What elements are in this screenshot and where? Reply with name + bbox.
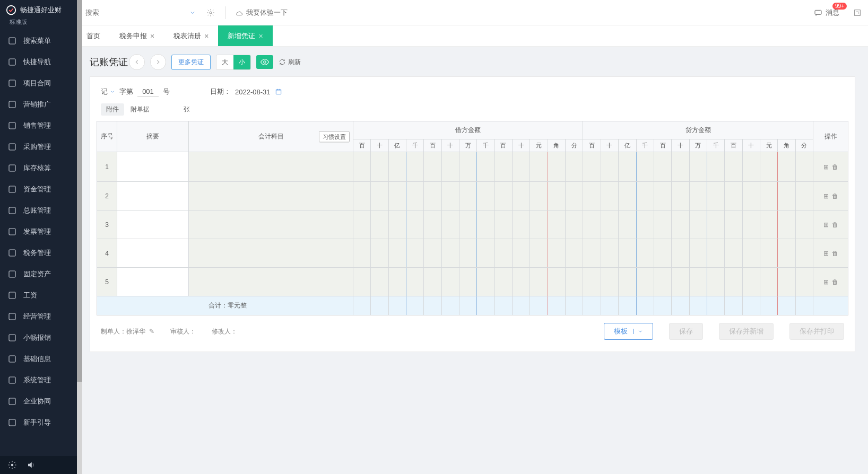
digit-cell[interactable]	[388, 182, 406, 210]
sound-icon[interactable]	[27, 460, 36, 470]
digit-cell[interactable]	[601, 296, 618, 315]
digit-cell[interactable]	[725, 296, 742, 315]
digit-cell[interactable]	[601, 210, 618, 239]
digit-cell[interactable]	[689, 182, 707, 210]
sidebar-item-9[interactable]: 发票管理	[0, 221, 77, 242]
sidebar-item-11[interactable]: 固定资产	[0, 264, 77, 285]
digit-cell[interactable]	[689, 210, 707, 239]
digit-cell[interactable]	[760, 239, 777, 268]
digit-cell[interactable]	[530, 182, 548, 210]
close-icon[interactable]: ×	[150, 32, 154, 40]
sidebar-item-14[interactable]: 小畅报销	[0, 327, 77, 348]
digit-cell[interactable]	[654, 296, 671, 315]
sidebar-item-8[interactable]: 总账管理	[0, 200, 77, 221]
digit-cell[interactable]	[601, 239, 618, 268]
tab-3[interactable]: 新增凭证×	[218, 25, 272, 46]
digit-cell[interactable]	[494, 182, 512, 210]
digit-cell[interactable]	[707, 296, 724, 315]
digit-cell[interactable]	[742, 152, 760, 182]
digit-cell[interactable]	[388, 296, 406, 315]
digit-cell[interactable]	[530, 268, 548, 296]
chevron-down-icon[interactable]	[633, 329, 643, 334]
digit-cell[interactable]	[371, 152, 388, 182]
digit-cell[interactable]	[548, 210, 565, 239]
digit-cell[interactable]	[672, 296, 689, 315]
digit-cell[interactable]	[513, 268, 530, 296]
digit-cell[interactable]	[707, 268, 724, 296]
digit-cell[interactable]	[406, 210, 424, 239]
add-row-icon[interactable]: ⊞	[823, 250, 829, 257]
digit-cell[interactable]	[689, 152, 707, 182]
more-voucher-button[interactable]: 更多凭证	[171, 55, 211, 70]
sidebar-item-3[interactable]: 营销推广	[0, 94, 77, 115]
digit-cell[interactable]	[672, 239, 689, 268]
digit-cell[interactable]	[583, 210, 601, 239]
digit-cell[interactable]	[636, 239, 654, 268]
digit-cell[interactable]	[566, 210, 583, 239]
digit-cell[interactable]	[424, 296, 441, 315]
digit-cell[interactable]	[441, 239, 459, 268]
digit-cell[interactable]	[619, 152, 636, 182]
digit-cell[interactable]	[424, 268, 441, 296]
digit-cell[interactable]	[636, 210, 654, 239]
digit-cell[interactable]	[548, 182, 565, 210]
digit-cell[interactable]	[353, 210, 371, 239]
sidebar-item-15[interactable]: 基础信息	[0, 348, 77, 370]
sidebar-item-10[interactable]: 税务管理	[0, 242, 77, 264]
digit-cell[interactable]	[725, 268, 742, 296]
digit-cell[interactable]	[441, 268, 459, 296]
digit-cell[interactable]	[619, 182, 636, 210]
digit-cell[interactable]	[566, 152, 583, 182]
digit-cell[interactable]	[459, 210, 477, 239]
sidebar-item-18[interactable]: 新手引导	[0, 412, 77, 433]
digit-cell[interactable]	[672, 210, 689, 239]
attachment-button[interactable]: 附件	[101, 103, 124, 116]
add-row-icon[interactable]: ⊞	[823, 192, 829, 200]
digit-cell[interactable]	[689, 296, 707, 315]
digit-cell[interactable]	[548, 268, 565, 296]
digit-cell[interactable]	[477, 268, 494, 296]
digit-cell[interactable]	[583, 239, 601, 268]
digit-cell[interactable]	[778, 296, 795, 315]
close-icon[interactable]: ×	[258, 32, 263, 40]
summary-cell[interactable]	[117, 268, 189, 296]
chevron-down-icon[interactable]	[189, 10, 196, 16]
summary-input[interactable]	[119, 154, 186, 178]
settings-icon[interactable]	[7, 460, 17, 470]
digit-cell[interactable]	[371, 296, 388, 315]
subject-cell[interactable]	[189, 210, 353, 239]
digit-cell[interactable]	[441, 296, 459, 315]
digit-cell[interactable]	[778, 239, 795, 268]
digit-cell[interactable]	[707, 152, 724, 182]
digit-cell[interactable]	[494, 268, 512, 296]
template-button[interactable]: 模板	[604, 323, 653, 340]
calendar-icon[interactable]	[275, 88, 282, 95]
message-button[interactable]: 消息 99+	[814, 8, 839, 17]
digit-cell[interactable]	[530, 210, 548, 239]
digit-cell[interactable]	[548, 239, 565, 268]
subject-cell[interactable]	[189, 268, 353, 296]
digit-cell[interactable]	[795, 268, 813, 296]
sidebar-item-6[interactable]: 库存核算	[0, 157, 77, 179]
digit-cell[interactable]	[619, 210, 636, 239]
digit-cell[interactable]	[513, 239, 530, 268]
digit-cell[interactable]	[654, 152, 671, 182]
digit-cell[interactable]	[778, 182, 795, 210]
delete-row-icon[interactable]: 🗑	[832, 192, 838, 200]
digit-cell[interactable]	[742, 182, 760, 210]
digit-cell[interactable]	[513, 296, 530, 315]
digit-cell[interactable]	[619, 239, 636, 268]
digit-cell[interactable]	[477, 210, 494, 239]
subject-cell[interactable]	[189, 239, 353, 268]
digit-cell[interactable]	[513, 152, 530, 182]
digit-cell[interactable]	[689, 239, 707, 268]
digit-cell[interactable]	[654, 182, 671, 210]
digit-cell[interactable]	[459, 296, 477, 315]
digit-cell[interactable]	[477, 296, 494, 315]
digit-cell[interactable]	[672, 182, 689, 210]
digit-cell[interactable]	[619, 268, 636, 296]
digit-cell[interactable]	[760, 210, 777, 239]
digit-cell[interactable]	[566, 182, 583, 210]
digit-cell[interactable]	[707, 210, 724, 239]
digit-cell[interactable]	[530, 239, 548, 268]
